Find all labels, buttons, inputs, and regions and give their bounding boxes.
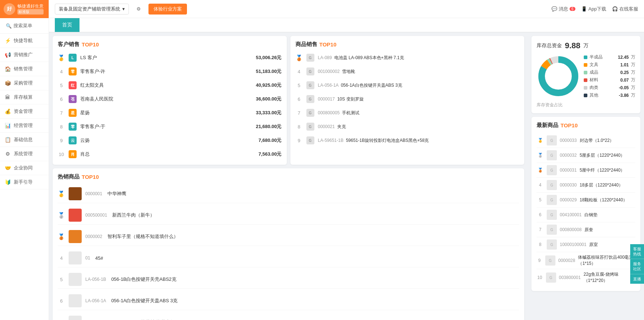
- legend-unit: 万: [631, 77, 635, 83]
- product-img-placeholder: G: [306, 136, 314, 144]
- sidebar-item-collab[interactable]: 🤝 企业协同: [0, 161, 49, 175]
- sidebar-item-basic-info[interactable]: 📋 基础信息: [0, 133, 49, 147]
- sidebar-item-label: 库存核算: [14, 94, 33, 100]
- sidebar-item-label: 资金管理: [14, 108, 33, 115]
- customer-rank-item: 10 肖 肖总 7,563.00元: [58, 149, 282, 160]
- product-code: LA-089: [318, 55, 332, 60]
- product-name: 18颗粒板（1220*2440）: [580, 197, 627, 203]
- sidebar-item-quick-nav[interactable]: ⚡ 快捷导航: [0, 34, 49, 48]
- legend-unit: 万: [631, 69, 635, 75]
- sidebar-item-label: 销售管理: [14, 66, 33, 72]
- rank-number: 9: [295, 138, 303, 143]
- logo-name: 畅捷通好生意: [17, 4, 44, 9]
- rank-number: 6: [58, 298, 65, 304]
- product-img-placeholder: G: [547, 180, 557, 190]
- rank-number: 5: [58, 83, 65, 88]
- legend-item-other: 其他 -3.86 万: [584, 92, 635, 98]
- product-code: LA-056-1A: [318, 83, 339, 88]
- hot-products-card: 热销商品 TOP10 🥇 0000001 中华神鹰 🥈 000500001 新: [53, 168, 524, 320]
- product-image: [69, 230, 82, 243]
- legend-value: -0.05: [619, 85, 629, 90]
- sidebar-item-inventory[interactable]: 🏛 库存核算: [0, 90, 49, 104]
- legend-item-material: 材料 0.07 万: [584, 77, 635, 83]
- sidebar-item-operations[interactable]: 📊 经营管理: [0, 119, 49, 133]
- right-panel: 库存总资金 9.88 万: [528, 32, 644, 320]
- product-image: [69, 209, 82, 222]
- rank-badge: 肖: [69, 150, 77, 158]
- marketing-icon: 📢: [4, 52, 11, 58]
- legend-label: 半成品: [590, 54, 616, 60]
- product-image-placeholder: [69, 294, 82, 307]
- system-selector[interactable]: 装备及固定资产辅助管理系统 ▾: [55, 4, 129, 15]
- rank-number: 9: [58, 138, 65, 143]
- product-code: 003800001: [559, 275, 581, 280]
- product-code: 0000033: [560, 138, 577, 143]
- legend-unit: 万: [631, 62, 635, 68]
- headset-icon: 🎧: [612, 6, 618, 12]
- product-img-placeholder: G: [547, 195, 557, 205]
- live-broadcast-button[interactable]: 直播: [630, 274, 644, 284]
- new-products-title-text: 最新商品: [537, 122, 558, 129]
- online-service-button[interactable]: 🎧 在线客服: [612, 6, 638, 12]
- legend-dot: [584, 94, 587, 97]
- sidebar-item-label: 营销推广: [14, 52, 33, 58]
- purchase-icon: 📦: [4, 80, 11, 86]
- settings-button[interactable]: ⚙: [133, 4, 144, 15]
- trial-button[interactable]: 体验行业方案: [148, 4, 187, 15]
- customer-name: 肖总: [80, 151, 255, 157]
- product-img-placeholder: G: [545, 255, 555, 266]
- product-sales-item: 5 G LA-056-1A 056-1A白色按键开关盖ABS 3克: [295, 80, 519, 91]
- customer-rank-item: 5 红 红太阳文具 40,925.00元: [58, 80, 282, 91]
- search-menu-button[interactable]: 🔍 搜索菜单: [4, 21, 45, 30]
- logo-icon: 好: [4, 3, 15, 15]
- sidebar-item-beginner[interactable]: 🔰 新手引导: [0, 175, 49, 189]
- product-name: 056-1A白色按键开关盖ABS 3克: [111, 298, 178, 304]
- customer-title-suffix: TOP10: [82, 41, 99, 48]
- rank-badge: 零: [69, 67, 77, 75]
- rank-number: 10: [58, 152, 65, 157]
- hot-products-title-text: 热销商品: [58, 173, 80, 180]
- sidebar-item-finance[interactable]: 💰 资金管理: [0, 104, 49, 119]
- bronze-medal-icon: 🥉: [537, 168, 544, 173]
- legend-label: 其他: [590, 92, 617, 98]
- rank-badge: 苍: [69, 95, 77, 103]
- app-download-button[interactable]: 📱 App下载: [581, 6, 606, 12]
- product-name: 5厘多层（1220*2440）: [580, 152, 625, 159]
- hot-product-item: 🥇 0000001 中华神鹰: [58, 185, 519, 203]
- sales-icon: 🏠: [4, 66, 11, 72]
- gold-medal-icon: 🥇: [58, 190, 65, 197]
- product-code: 0000028: [558, 258, 575, 263]
- sidebar-item-marketing[interactable]: 📢 营销推广: [0, 48, 49, 62]
- tab-home[interactable]: 首页: [55, 18, 80, 32]
- rank-number: 4: [537, 182, 544, 188]
- product-code: 0000021: [318, 124, 335, 129]
- product-name: 18多层（1220*2440）: [580, 182, 623, 188]
- message-button[interactable]: 💬 消息 6: [551, 6, 575, 12]
- legend-unit: 万: [631, 92, 635, 98]
- service-community-button[interactable]: 服务社区: [630, 259, 644, 274]
- customer-name: 红太阳文具: [80, 82, 252, 89]
- customer-amount: 40,925.00元: [256, 82, 282, 89]
- finance-icon: 💰: [4, 108, 11, 115]
- customer-service-hotline-button[interactable]: 客服热线: [630, 244, 644, 259]
- product-code: 004100001: [560, 212, 582, 217]
- hot-products-title: 热销商品 TOP10: [58, 173, 519, 180]
- product-name: 056-1A白色按键开关盖ABS 3克: [341, 83, 402, 88]
- product-img-placeholder: G: [306, 109, 314, 117]
- product-name: 白钢垫: [584, 212, 598, 218]
- customer-name: 云扬: [80, 137, 255, 144]
- product-name: 中华神鹰: [107, 190, 126, 197]
- legend-value: -3.86: [619, 93, 629, 98]
- sidebar-item-system[interactable]: ⚙ 系统管理: [0, 147, 49, 161]
- product-code: LA-056-1A: [85, 298, 106, 303]
- sidebar-item-sales[interactable]: 🏠 销售管理: [0, 62, 49, 76]
- sidebar-item-purchase[interactable]: 📦 采购管理: [0, 76, 49, 90]
- legend-label: 材料: [590, 77, 618, 83]
- silver-medal-icon: 🥈: [58, 212, 65, 219]
- customer-rank-list: 🥇 L LS 客户 53,006.26元 4 零 零售客户-许 51,183.0…: [58, 52, 282, 160]
- rank-number: 6: [295, 97, 303, 102]
- new-product-item: 4 G 0000030 18多层（1220*2440）: [537, 178, 635, 193]
- product-name: 手机测试: [342, 110, 359, 115]
- legend-item-finished: 成品 0.25 万: [584, 69, 635, 75]
- hot-product-item: 🥉 0000002 智利车子里（规格不知道填什么）: [58, 227, 519, 246]
